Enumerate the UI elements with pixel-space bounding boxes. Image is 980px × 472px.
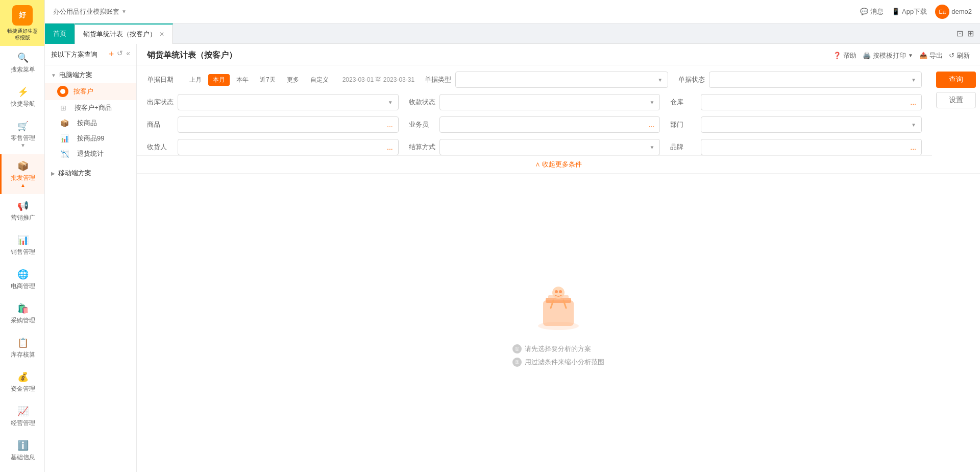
tab-close-icon[interactable]: ✕: [159, 31, 164, 38]
refresh-scheme-button[interactable]: ↺: [117, 49, 123, 60]
export-button[interactable]: 📤 导出: [919, 51, 943, 60]
date-btn-more[interactable]: 更多: [282, 74, 304, 86]
scheme-item-icon: ⊞: [60, 104, 66, 112]
tab-sales-stats-label: 销货单统计表（按客户）: [83, 30, 156, 39]
department-control[interactable]: ▼: [701, 116, 922, 133]
page-title-bar: 销货单统计表（按客户） ❓ 帮助 🖨️ 按模板打印 ▼ 📤 导出: [137, 44, 980, 65]
tab-maximize-area: ⊡ ⊞: [950, 29, 980, 38]
message-button[interactable]: 💬 消息: [860, 7, 884, 16]
sidebar-item-basics[interactable]: ℹ️ 基础信息: [0, 434, 44, 468]
setting-button[interactable]: 设置: [936, 92, 976, 108]
scheme-item-by-customer-goods[interactable]: ⊞ 按客户+商品: [45, 100, 136, 115]
quick-nav-icon: ⚡: [17, 86, 29, 98]
help-button[interactable]: ❓ 帮助: [833, 51, 856, 60]
consignee-dots[interactable]: ...: [387, 143, 393, 151]
scheme-item-icon: 📉: [60, 150, 69, 158]
sidebar-item-label: 搜索菜单: [11, 65, 35, 74]
collection-dropdown-icon: ▼: [649, 100, 654, 105]
tab-home-label: 首页: [53, 29, 66, 38]
tip-item-2: ② 用过滤条件来缩小分析范围: [512, 358, 604, 367]
sidebar-item-wholesale[interactable]: 📦 批发管理 ▲: [0, 154, 44, 194]
finance-icon: 💰: [17, 371, 29, 383]
outbound-control[interactable]: ▼: [178, 94, 399, 110]
username: demo2: [951, 8, 972, 15]
collapse-more-bar[interactable]: ∧ 收起更多条件: [137, 156, 980, 174]
date-btn-7days[interactable]: 近7天: [255, 74, 280, 86]
scheme-item-by-goods99[interactable]: 📊 按商品99: [45, 131, 136, 146]
main-content: 办公用品行业模拟账套 ▼ 💬 消息 📱 App下载 Ea demo2 首页 销货…: [45, 0, 980, 472]
sidebar-item-operations[interactable]: 📈 经营管理: [0, 399, 44, 434]
sidebar-item-system[interactable]: ⚙️ 系统管理: [0, 468, 44, 472]
tab-home[interactable]: 首页: [45, 23, 75, 44]
add-scheme-button[interactable]: +: [109, 49, 114, 60]
date-btn-last-month[interactable]: 上月: [185, 74, 206, 86]
sidebar-item-label: 库存核算: [11, 350, 35, 359]
print-icon: 🖨️: [863, 52, 871, 59]
date-btn-this-month[interactable]: 本月: [208, 74, 230, 86]
salesperson-dots[interactable]: ...: [649, 121, 655, 129]
sidebar-item-purchase[interactable]: 🛍️ 采购管理: [0, 297, 44, 331]
company-selector[interactable]: 办公用品行业模拟账套 ▼: [53, 7, 127, 16]
sidebar-item-retail[interactable]: 🛒 零售管理 ▼: [0, 114, 44, 154]
collection-control[interactable]: ▼: [439, 94, 660, 110]
collection-label: 收款状态: [409, 98, 439, 107]
minimize-icon[interactable]: ⊡: [957, 29, 963, 38]
refresh-button[interactable]: ↺ 刷新: [949, 51, 970, 60]
sidebar-item-ecommerce[interactable]: 🌐 电商管理: [0, 263, 44, 297]
warehouse-dots[interactable]: ...: [910, 98, 916, 106]
help-icon: ❓: [833, 52, 841, 59]
app-download-button[interactable]: 📱 App下载: [892, 7, 927, 16]
collapse-panel-button[interactable]: «: [126, 49, 130, 60]
maximize-icon[interactable]: ⊞: [967, 29, 974, 38]
logo[interactable]: 好 畅捷通好生意 标报版: [0, 0, 44, 46]
date-btn-this-year[interactable]: 本年: [232, 74, 253, 86]
scheme-item-icon: 📊: [60, 134, 69, 143]
doc-type-control[interactable]: ▼: [455, 72, 668, 88]
left-panel: 按以下方案查询 + ↺ « ▼ 电脑端方案 按客户: [45, 44, 137, 472]
warehouse-control[interactable]: ...: [701, 94, 922, 110]
filter-row-4: 收货人 ... 结算方式 ▼: [147, 139, 922, 155]
query-button[interactable]: 查询: [936, 72, 976, 88]
scheme-group-mobile-header[interactable]: ▶ 移动端方案: [45, 166, 136, 181]
tab-sales-stats[interactable]: 销货单统计表（按客户） ✕: [75, 23, 173, 44]
scheme-item-return-stats[interactable]: 📉 退货统计: [45, 146, 136, 161]
sidebar-item-label: 零售管理: [11, 134, 35, 143]
scheme-group-desktop-header[interactable]: ▼ 电脑端方案: [45, 67, 136, 83]
scheme-item-label: 按商品: [77, 119, 97, 128]
sidebar-item-inventory[interactable]: 📋 库存核算: [0, 331, 44, 365]
sidebar-item-quick-nav[interactable]: ⚡ 快捷导航: [0, 80, 44, 114]
brand-dots[interactable]: ...: [910, 143, 916, 151]
filter-row-2: 出库状态 ▼ 收款状态 ▼: [147, 94, 922, 110]
filter-row-1: 单据日期 上月 本月 本年 近7天 更多 自定义 2023-03-01 至 20…: [137, 65, 932, 156]
sidebar-nav: 🔍 搜索菜单 ⚡ 快捷导航 🛒 零售管理 ▼ 📦 批发管理 ▲ 📢 营销推广 📊…: [0, 46, 44, 472]
outbound-dropdown-icon: ▼: [388, 100, 393, 105]
empty-illustration: [528, 275, 589, 336]
user-profile[interactable]: Ea demo2: [935, 5, 972, 19]
marketing-icon: 📢: [17, 200, 29, 211]
consignee-control[interactable]: ...: [178, 139, 399, 155]
sidebar-item-marketing[interactable]: 📢 营销推广: [0, 194, 44, 228]
template-print-button[interactable]: 🖨️ 按模板打印 ▼: [863, 51, 913, 60]
brand-control[interactable]: ...: [701, 139, 922, 155]
doc-status-label: 单据状态: [678, 75, 709, 84]
goods-dots[interactable]: ...: [387, 121, 393, 129]
app-download-label: App下载: [902, 7, 927, 16]
filter-date: 单据日期 上月 本月 本年 近7天 更多 自定义 2023-03-01 至 20…: [147, 74, 414, 86]
filter-row-3: 商品 ... 业务员 ...: [147, 116, 922, 133]
sidebar-item-search[interactable]: 🔍 搜索菜单: [0, 46, 44, 80]
filter-doc-type: 单据类型 ▼: [425, 72, 668, 88]
sidebar-item-sales[interactable]: 📊 销售管理: [0, 228, 44, 263]
date-btn-custom[interactable]: 自定义: [306, 74, 333, 86]
ecommerce-icon: 🌐: [17, 269, 29, 280]
settlement-control[interactable]: ▼: [439, 139, 660, 155]
salesperson-control[interactable]: ...: [439, 116, 660, 133]
tabs-bar: 首页 销货单统计表（按客户） ✕ ⊡ ⊞: [45, 23, 980, 44]
doc-status-control[interactable]: ▼: [709, 72, 922, 88]
goods-control[interactable]: ...: [178, 116, 399, 133]
scheme-item-by-customer[interactable]: 按客户: [45, 83, 136, 100]
scheme-item-by-goods[interactable]: 📦 按商品: [45, 115, 136, 131]
left-panel-header: 按以下方案查询 + ↺ «: [45, 44, 136, 65]
retail-icon: 🛒: [17, 121, 29, 132]
sidebar-item-finance[interactable]: 💰 资金管理: [0, 365, 44, 399]
settlement-dropdown-icon: ▼: [649, 145, 654, 150]
